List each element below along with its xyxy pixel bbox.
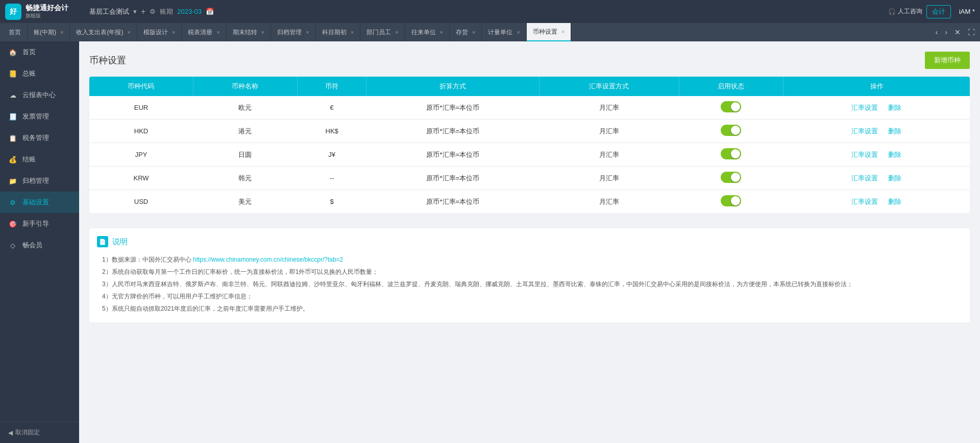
tab-label: 税表清册 xyxy=(188,28,212,37)
reports-icon: ☁ xyxy=(8,90,17,100)
operations: 汇率设置 删除 xyxy=(783,143,970,167)
sidebar-label-guide: 新手引导 xyxy=(22,219,49,228)
tab-close-icon[interactable]: × xyxy=(261,29,264,35)
prev-tab-button[interactable]: ‹ xyxy=(933,27,941,37)
toggle-thumb xyxy=(731,196,740,205)
enable-toggle[interactable] xyxy=(721,195,741,206)
calendar-icon[interactable]: 📅 xyxy=(206,8,214,15)
table-header-row: 币种代码币种名称币符折算方式汇率设置方式启用状态操作 xyxy=(89,77,970,96)
delete-link[interactable]: 删除 xyxy=(888,104,901,111)
rate-setting-link[interactable]: 汇率设置 xyxy=(851,174,878,182)
sidebar-item-archive[interactable]: 📁 归档管理 xyxy=(0,170,79,192)
col-header-启用状态: 启用状态 xyxy=(679,77,783,96)
sidebar-item-member[interactable]: ◇ 畅会员 xyxy=(0,235,79,256)
enable-toggle[interactable] xyxy=(721,125,741,136)
delete-link[interactable]: 删除 xyxy=(888,127,901,135)
enable-toggle[interactable] xyxy=(721,101,741,112)
tab-label: 币种设置 xyxy=(533,28,557,36)
enable-toggle[interactable] xyxy=(721,172,741,183)
tab-label: 收入支出表(年报) xyxy=(76,28,123,37)
tab-label: 首页 xyxy=(9,28,21,37)
tab-模版设计[interactable]: 模版设计× xyxy=(137,23,182,41)
rate-setting-link[interactable]: 汇率设置 xyxy=(851,151,878,158)
sidebar-label-settlement: 结账 xyxy=(22,155,36,164)
tab-期末结转[interactable]: 期末结转× xyxy=(227,23,271,41)
tab-存货[interactable]: 存货× xyxy=(450,23,482,41)
tab-close-icon[interactable]: × xyxy=(395,29,398,35)
sidebar-label-tax: 税务管理 xyxy=(22,133,49,143)
settings-icon: ⚙ xyxy=(8,198,17,207)
sidebar-label-settings: 基础设置 xyxy=(22,198,49,207)
tab-科目期初[interactable]: 科目期初× xyxy=(316,23,360,41)
tab-close-icon[interactable]: × xyxy=(306,29,309,35)
col-header-币种代码: 币种代码 xyxy=(89,77,193,96)
tab-税表清册[interactable]: 税表清册× xyxy=(182,23,226,41)
sidebar-item-home[interactable]: 🏠 首页 xyxy=(0,41,79,63)
account-button[interactable]: 会计 xyxy=(926,5,951,18)
support-button[interactable]: 🎧 人工咨询 xyxy=(888,7,922,16)
sidebar-footer[interactable]: ◀ 取消固定 xyxy=(0,422,79,443)
table-row: EUR欧元€原币*汇率=本位币月汇率 汇率设置 删除 xyxy=(89,96,970,120)
notes-item: 3）人民币对马来西亚林吉特、俄罗斯卢布、南非兰特、韩元、阿联酋迪拉姆、沙特里亚尔… xyxy=(97,278,962,290)
sidebar-item-tax[interactable]: 📋 税务管理 xyxy=(0,127,79,149)
enable-toggle[interactable] xyxy=(721,148,741,159)
tab-label: 模版设计 xyxy=(143,28,168,37)
toggle-thumb xyxy=(731,173,740,182)
currency-code: USD xyxy=(89,190,193,214)
sidebar-item-settings[interactable]: ⚙ 基础设置 xyxy=(0,192,79,213)
tab-close-icon[interactable]: × xyxy=(561,29,565,35)
tab-close-icon[interactable]: × xyxy=(351,29,354,35)
tab-close-icon[interactable]: × xyxy=(472,29,475,35)
rate-setting-link[interactable]: 汇率设置 xyxy=(851,198,878,205)
tab-收入支出表(年报)[interactable]: 收入支出表(年报)× xyxy=(70,23,137,41)
sidebar-footer-label: 取消固定 xyxy=(15,428,40,437)
calc-method: 原币*汇率=本位币 xyxy=(366,167,540,190)
rate-method: 月汇率 xyxy=(540,190,679,214)
tab-close-icon[interactable]: × xyxy=(440,29,443,35)
tab-close-icon[interactable]: × xyxy=(216,29,219,35)
sidebar-item-ledger[interactable]: 📒 总账 xyxy=(0,63,79,84)
tab-首页[interactable]: 首页 xyxy=(3,23,28,41)
support-label: 人工咨询 xyxy=(898,7,922,16)
tab-close-icon[interactable]: × xyxy=(60,29,63,35)
next-tab-button[interactable]: › xyxy=(942,27,950,37)
tab-计量单位[interactable]: 计量单位× xyxy=(482,23,526,41)
delete-link[interactable]: 删除 xyxy=(888,198,901,205)
tab-close-icon[interactable]: × xyxy=(517,29,520,35)
tab-往来单位[interactable]: 往来单位× xyxy=(405,23,450,41)
delete-link[interactable]: 删除 xyxy=(888,151,901,158)
add-project-icon[interactable]: + xyxy=(141,7,145,16)
operations: 汇率设置 删除 xyxy=(783,96,970,120)
tab-账(中期)[interactable]: 账(中期)× xyxy=(28,23,70,41)
notes-link[interactable]: https://www.chinamoney.com.cn/chinese/bk… xyxy=(193,256,343,263)
tab-label: 期末结转 xyxy=(233,28,257,37)
toggle-track xyxy=(721,195,741,206)
sidebar-item-settlement[interactable]: 💰 结账 xyxy=(0,149,79,170)
member-icon: ◇ xyxy=(8,241,17,250)
delete-link[interactable]: 删除 xyxy=(888,174,901,182)
sidebar-item-invoice[interactable]: 🧾 发票管理 xyxy=(0,106,79,127)
settings-icon[interactable]: ⚙ xyxy=(150,8,156,15)
rate-setting-link[interactable]: 汇率设置 xyxy=(851,127,878,135)
tab-close-icon[interactable]: × xyxy=(172,29,175,35)
tab-币种设置[interactable]: 币种设置× xyxy=(527,23,571,41)
project-dropdown-icon[interactable]: ▾ xyxy=(133,8,137,15)
maximize-tab-button[interactable]: ⛶ xyxy=(965,27,977,37)
calc-method: 原币*汇率=本位币 xyxy=(366,143,540,167)
sidebar-item-guide[interactable]: 🎯 新手引导 xyxy=(0,213,79,235)
tab-归档管理[interactable]: 归档管理× xyxy=(271,23,315,41)
sidebar-label-member: 畅会员 xyxy=(22,241,42,250)
tab-close-icon[interactable]: × xyxy=(127,29,130,35)
rate-setting-link[interactable]: 汇率设置 xyxy=(851,104,878,111)
new-currency-button[interactable]: 新增币种 xyxy=(925,52,970,69)
currency-code: JPY xyxy=(89,143,193,167)
currency-name: 日圆 xyxy=(193,143,297,167)
close-tab-button[interactable]: ✕ xyxy=(952,27,963,37)
tax-icon: 📋 xyxy=(8,133,17,143)
toggle-track xyxy=(721,101,741,112)
project-name[interactable]: 基层工会测试 xyxy=(89,7,129,16)
enable-status xyxy=(679,120,783,143)
sidebar-label-invoice: 发票管理 xyxy=(22,112,49,121)
sidebar-item-reports[interactable]: ☁ 云报表中心 xyxy=(0,84,79,106)
tab-部门员工[interactable]: 部门员工× xyxy=(360,23,405,41)
